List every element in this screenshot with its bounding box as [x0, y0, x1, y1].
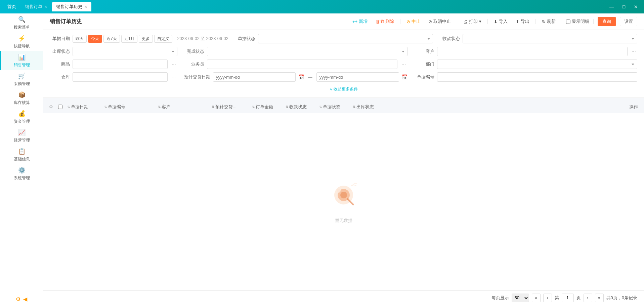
delete-icon: 🗑: [376, 19, 380, 24]
sales-person-label: 业务员: [184, 61, 204, 67]
tab-sales-order-history[interactable]: 销售订单历史 ✕: [52, 2, 91, 11]
query-button[interactable]: 查询: [598, 17, 616, 26]
minimize-button[interactable]: —: [607, 2, 616, 11]
dept-select[interactable]: [437, 60, 638, 69]
system-icon: ⚙️: [18, 166, 26, 174]
sidebar-item-system[interactable]: ⚙️ 系统管理: [0, 164, 43, 183]
sales-person-input[interactable]: [207, 60, 397, 69]
col-date: ⇅ 单据日期: [65, 104, 102, 110]
setting-button[interactable]: 设置: [620, 17, 637, 26]
warehouse-dots-icon[interactable]: ···: [170, 74, 177, 80]
warehouse-input[interactable]: [73, 72, 168, 82]
next-page-button[interactable]: ›: [584, 294, 592, 302]
sidebar-item-sales[interactable]: 📊 销售管理: [0, 51, 43, 70]
col-bill-status: ⇅ 单据状态: [317, 104, 351, 110]
print-button[interactable]: 🖨 打印 ▾: [461, 17, 483, 26]
main-layout: 🔍 搜索菜单 ⚡ 快捷导航 📊 销售管理 🛒 采购管理 📦 库存核算 💰 资金管…: [0, 13, 644, 305]
sidebar: 🔍 搜索菜单 ⚡ 快捷导航 📊 销售管理 🛒 采购管理 📦 库存核算 💰 资金管…: [0, 13, 43, 305]
table-area: ⚙ ⇅ 单据日期 ⇅ 单据编号 ⇅ 客户 ⇅ 预计交货.: [43, 101, 644, 290]
search-icon: 🔍: [18, 16, 26, 23]
page-size-label: 每页显示: [491, 295, 509, 301]
sort-customer-icon[interactable]: ⇅: [158, 105, 161, 109]
goods-dots-icon[interactable]: ···: [170, 61, 177, 67]
refresh-button[interactable]: ↻ 刷新: [540, 17, 558, 26]
col-expected: ⇅ 预计交货...: [210, 104, 250, 110]
collapse-bar[interactable]: ∧ 收起更多条件: [50, 85, 637, 93]
tab-sales-order-close[interactable]: ✕: [44, 5, 47, 9]
sort-amount-icon[interactable]: ⇅: [252, 105, 255, 109]
expected-date-start-input[interactable]: [213, 72, 296, 82]
cancel-stop-button[interactable]: ⊘ 取消中止: [426, 17, 453, 26]
maximize-button[interactable]: □: [619, 2, 629, 11]
page-size-select[interactable]: 10 20 50 100: [512, 294, 529, 302]
customer-input[interactable]: [437, 47, 628, 56]
sidebar-item-search[interactable]: 🔍 搜索菜单: [0, 13, 43, 32]
sidebar-item-quicknav[interactable]: ⚡ 快捷导航: [0, 32, 43, 51]
import-button[interactable]: ⬇ 导入: [492, 17, 510, 26]
sidebar-item-purchase[interactable]: 🛒 采购管理: [0, 70, 43, 89]
date-btn-1month[interactable]: 近1月: [121, 35, 138, 43]
show-detail-checkbox[interactable]: 显示明细: [566, 18, 589, 25]
tab-sales-order[interactable]: 销售订单 ✕: [21, 2, 51, 11]
sidebar-item-inventory[interactable]: 📦 库存核算: [0, 89, 43, 108]
inventory-icon: 📦: [18, 91, 26, 99]
show-detail-input[interactable]: [566, 20, 570, 24]
sidebar-item-finance-label: 资金管理: [14, 119, 30, 124]
col-billno: ⇅ 单据编号: [102, 104, 156, 110]
date-btn-today[interactable]: 今天: [88, 35, 102, 43]
bill-status-select[interactable]: [258, 34, 433, 43]
last-page-button[interactable]: »: [595, 294, 604, 302]
sort-date-icon[interactable]: ⇅: [67, 105, 70, 109]
current-page-input[interactable]: [562, 294, 574, 302]
close-window-button[interactable]: ✕: [631, 2, 641, 11]
sort-expected-icon[interactable]: ⇅: [212, 105, 214, 109]
salesperson-dots-icon[interactable]: ···: [400, 61, 407, 67]
sort-billno-icon[interactable]: ⇅: [104, 105, 107, 109]
bill-no-field: 单据编号: [414, 72, 638, 82]
tab-sales-order-history-close[interactable]: ✕: [84, 5, 87, 9]
sort-pay-status-icon[interactable]: ⇅: [286, 105, 288, 109]
date-btn-custom[interactable]: 自定义: [154, 35, 172, 43]
page-header: 销售订单历史 + + 新增 🗑 🗑 删除 ⊘ 中止 ⊘ 取消中止: [43, 13, 644, 30]
show-detail-label: 显示明细: [572, 18, 589, 25]
out-status-select[interactable]: [73, 47, 177, 56]
select-all-checkbox[interactable]: [58, 105, 62, 109]
sidebar-item-base[interactable]: 📋 基础信息: [0, 145, 43, 164]
new-button[interactable]: + + 新增: [350, 17, 370, 26]
expected-date-label: 预计交货日期: [184, 74, 210, 80]
sidebar-item-quicknav-label: 快捷导航: [14, 43, 30, 49]
bill-no-input[interactable]: [437, 72, 638, 82]
first-page-button[interactable]: «: [532, 294, 541, 302]
bill-no-label: 单据编号: [414, 74, 434, 80]
cancel-stop-icon: ⊘: [428, 19, 432, 24]
expected-date-end-input[interactable]: [316, 72, 399, 82]
tab-home[interactable]: 首页: [3, 2, 20, 11]
sidebar-settings-icon[interactable]: ⚙: [16, 296, 20, 302]
export-button[interactable]: ⬆ 导出: [514, 17, 531, 26]
date-btn-yesterday[interactable]: 昨天: [73, 35, 87, 43]
expected-date-field: 预计交货日期 📅 — 📅: [184, 72, 407, 82]
bill-status-field: 单据状态: [235, 34, 433, 43]
sidebar-collapse-icon[interactable]: ◀: [23, 296, 27, 302]
prev-page-button[interactable]: ‹: [543, 294, 552, 302]
pay-status-select[interactable]: [463, 34, 637, 43]
sort-stock-status-icon[interactable]: ⇅: [353, 105, 355, 109]
calendar-end-icon[interactable]: 📅: [402, 74, 407, 80]
date-btn-more[interactable]: 更多: [139, 35, 153, 43]
customer-dots-icon[interactable]: ···: [630, 48, 637, 54]
date-range-display: 2023-06-02 至 2023-06-02: [177, 36, 228, 42]
calendar-start-icon[interactable]: 📅: [298, 74, 304, 80]
sort-bill-status-icon[interactable]: ⇅: [319, 105, 322, 109]
complete-status-select[interactable]: [207, 47, 407, 56]
date-btn-7days[interactable]: 近7天: [103, 35, 120, 43]
stop-button[interactable]: ⊘ 中止: [404, 17, 422, 26]
svg-point-3: [337, 189, 341, 193]
warehouse-field: 仓库 ···: [50, 72, 177, 82]
checkbox-column[interactable]: [55, 105, 65, 109]
delete-button[interactable]: 🗑 🗑 删除: [374, 17, 396, 26]
settings-column-icon[interactable]: ⚙: [47, 104, 55, 109]
sidebar-item-operation[interactable]: 📈 经营管理: [0, 126, 43, 145]
goods-input[interactable]: [73, 60, 168, 69]
sidebar-item-finance[interactable]: 💰 资金管理: [0, 108, 43, 126]
empty-illustration: [327, 180, 360, 214]
